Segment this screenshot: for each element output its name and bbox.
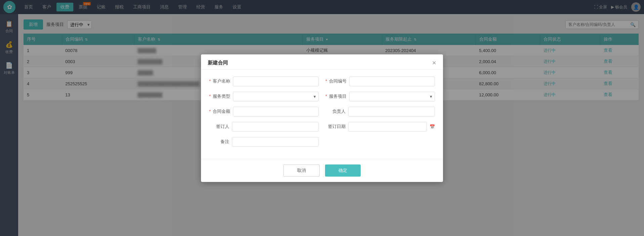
service-item-select-wrapper [349,92,435,101]
amount-input[interactable]: 0.00 [233,107,319,116]
form-row-5: 备注 [209,137,435,147]
form-row-3: * 合同金额 0.00 负责人 [209,107,435,116]
form-row-4: 签订人 签订日期 2023-06-06 📅 [209,122,435,132]
sign-date-label: 签订日期 [325,124,346,130]
new-contract-modal: 新建合同 ✕ * 客户名称 * 合同编号 [201,54,443,182]
contract-no-input[interactable] [349,77,435,86]
field-contract-no: * 合同编号 [325,77,435,86]
remark-input[interactable] [232,137,319,147]
confirm-button[interactable]: 确定 [325,164,361,177]
amount-label: * 合同金额 [209,108,230,114]
sign-date-input[interactable]: 2023-06-06 [348,122,427,132]
modal-body: * 客户名称 * 合同编号 * 服 [201,70,443,159]
field-signer: 签订人 [209,122,319,132]
form-row-1: * 客户名称 * 合同编号 [209,77,435,86]
field-responsible: 负责人 [325,107,435,116]
service-type-select[interactable] [233,92,319,101]
modal-footer: 取消 确定 [201,159,443,182]
service-item-label: * 服务项目 [325,93,347,99]
field-amount: * 合同金额 0.00 [209,107,319,116]
service-type-label: * 服务类型 [209,93,230,99]
responsible-input[interactable] [348,107,435,116]
form-row-2: * 服务类型 * 服务项目 [209,92,435,101]
field-sign-date: 签订日期 2023-06-06 📅 [325,122,435,132]
modal-overlay: 新建合同 ✕ * 客户名称 * 合同编号 [0,0,644,236]
calendar-icon[interactable]: 📅 [430,124,435,129]
field-client-name: * 客户名称 [209,77,319,86]
contract-no-label: * 合同编号 [325,78,347,84]
client-name-label: * 客户名称 [209,78,230,84]
field-service-item: * 服务项目 [325,92,435,101]
signer-input[interactable] [232,122,319,132]
modal-header: 新建合同 ✕ [201,54,443,70]
signer-label: 签订人 [209,124,229,130]
service-type-select-wrapper [233,92,319,101]
modal-close-button[interactable]: ✕ [432,60,436,66]
field-service-type: * 服务类型 [209,92,319,101]
responsible-label: 负责人 [325,108,346,114]
remark-label: 备注 [209,139,229,145]
modal-title: 新建合同 [208,60,228,66]
client-name-input[interactable] [233,77,319,86]
field-remark: 备注 [209,137,319,147]
service-item-select[interactable] [349,92,435,101]
cancel-button[interactable]: 取消 [283,164,320,177]
